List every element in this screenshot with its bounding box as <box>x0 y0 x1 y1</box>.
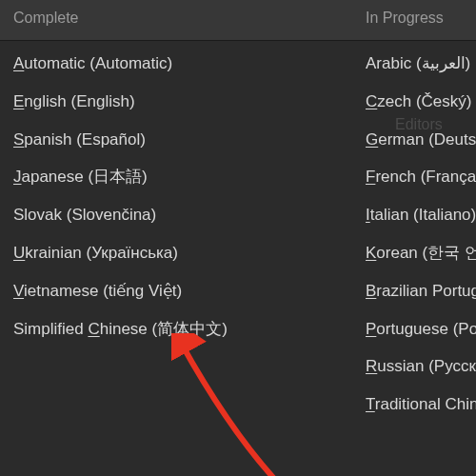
language-option[interactable]: Arabic (العربية) <box>352 45 476 83</box>
language-option[interactable]: Spanish (Español) <box>0 121 352 159</box>
language-option[interactable]: German (Deutsch) <box>352 121 476 159</box>
divider <box>352 40 476 41</box>
language-option[interactable]: English (English) <box>0 83 352 121</box>
language-option[interactable]: Ukrainian (Українська) <box>0 234 352 272</box>
in-progress-header: In Progress <box>352 0 476 40</box>
complete-header: Complete <box>0 0 352 40</box>
in-progress-list: Arabic (العربية)Czech (Český)German (Deu… <box>352 45 476 424</box>
in-progress-column: In Progress Arabic (العربية)Czech (Český… <box>352 0 476 476</box>
language-option[interactable]: Italian (Italiano) <box>352 196 476 234</box>
complete-list: Automatic (Automatic)English (English)Sp… <box>0 45 352 347</box>
language-option[interactable]: Slovak (Slovenčina) <box>0 196 352 234</box>
language-option[interactable]: Vietnamese (tiếng Việt) <box>0 272 352 310</box>
language-option[interactable]: Korean (한국 언어) <box>352 234 476 272</box>
language-option[interactable]: Portuguese (Português) <box>352 310 476 348</box>
language-option[interactable]: Brazilian Portuguese <box>352 272 476 310</box>
language-option[interactable]: Automatic (Automatic) <box>0 45 352 83</box>
language-option[interactable]: Japanese (日本語) <box>0 158 352 196</box>
language-option[interactable]: Russian (Русский) <box>352 347 476 386</box>
language-option[interactable]: Czech (Český) <box>352 83 476 121</box>
language-option[interactable]: Simplified Chinese (简体中文) <box>0 310 352 348</box>
divider <box>0 40 352 41</box>
language-option[interactable]: French (Français) <box>352 158 476 196</box>
complete-column: Complete Automatic (Automatic)English (E… <box>0 0 352 476</box>
language-option[interactable]: Traditional Chinese <box>352 386 476 424</box>
